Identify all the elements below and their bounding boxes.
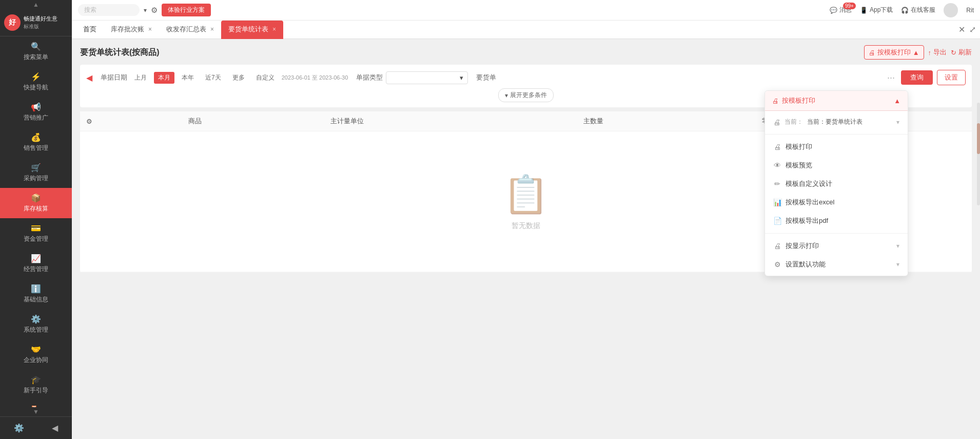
tab-summary-close[interactable]: × bbox=[210, 26, 214, 33]
inventory-icon: 📦 bbox=[31, 193, 41, 203]
date-this-year[interactable]: 本年 bbox=[178, 72, 198, 84]
topbar-search-box: 搜索 bbox=[78, 4, 140, 16]
appstore-icon: 🏪 bbox=[31, 405, 41, 407]
tab-order-stat-close[interactable]: × bbox=[272, 26, 276, 33]
messages-btn[interactable]: 💬 消息 99+ bbox=[830, 6, 852, 14]
filter-action-btns: ··· 查询 设置 bbox=[885, 70, 966, 85]
finance-icon: 💳 bbox=[31, 223, 41, 233]
dropdown-header[interactable]: 🖨 按模板打印 ▲ bbox=[765, 91, 908, 111]
collapse-btn[interactable]: ◀ bbox=[50, 421, 60, 435]
template-excel-icon: 📊 bbox=[773, 198, 781, 206]
topbar-dropdown-btn[interactable]: ▾ bbox=[144, 7, 147, 14]
tabs-actions: ✕ ⤢ bbox=[958, 25, 976, 34]
dropdown-close-chevron: ▲ bbox=[894, 97, 900, 105]
sidebar-item-purchase[interactable]: 🛒 采购管理 bbox=[0, 158, 72, 188]
scrollbar-thumb bbox=[977, 123, 980, 154]
right-scrollbar[interactable] bbox=[977, 103, 980, 205]
sidebar-scroll-down[interactable]: ▼ bbox=[0, 407, 72, 416]
col-quantity: 主数量 bbox=[577, 111, 756, 131]
dropdown-section-items: 🖨 模板打印 👁 模板预览 ✏ 模板自定义设计 📊 按模板导出excel 📄 bbox=[765, 136, 908, 232]
dropdown-item-template-print[interactable]: 🖨 模板打印 bbox=[765, 138, 908, 156]
basic-icon: ℹ️ bbox=[31, 284, 41, 294]
dropdown-item-template-preview[interactable]: 👁 模板预览 bbox=[765, 156, 908, 175]
sidebar-item-guide[interactable]: 🎓 新手引导 bbox=[0, 370, 72, 400]
system-icon: ⚙️ bbox=[31, 314, 41, 324]
app-icon: 📱 bbox=[860, 7, 868, 14]
logo-text: 畅捷通好生意 标准版 bbox=[24, 15, 57, 30]
sidebar-item-system[interactable]: ⚙️ 系统管理 bbox=[0, 309, 72, 339]
dropdown-item-current[interactable]: 🖨 当前： 当前：要货单统计表 ▾ bbox=[765, 113, 908, 131]
sidebar-item-appstore[interactable]: 🏪 应用中心 bbox=[0, 400, 72, 407]
refresh-btn[interactable]: ↻ 刷新 bbox=[951, 48, 972, 57]
sidebar-item-finance[interactable]: 💳 资金管理 bbox=[0, 218, 72, 249]
col-goods: 商品 bbox=[182, 111, 324, 131]
sidebar-item-basic[interactable]: ℹ️ 基础信息 bbox=[0, 279, 72, 309]
empty-text: 暂无数据 bbox=[512, 221, 540, 231]
app-download-btn[interactable]: 📱 App下载 bbox=[860, 6, 893, 14]
sidebar-nav: 🔍 搜索菜单 ⚡ 快捷导航 📢 营销推广 💰 销售管理 🛒 采购管理 📦 库存核… bbox=[0, 36, 72, 407]
date-more[interactable]: 更多 bbox=[228, 72, 249, 84]
tab-batch[interactable]: 库存批次账 × bbox=[104, 21, 159, 39]
col-settings[interactable]: ⚙ bbox=[80, 111, 182, 131]
sidebar-item-marketing[interactable]: 📢 营销推广 bbox=[0, 97, 72, 127]
display-print-left: 🖨 按显示打印 bbox=[773, 241, 819, 251]
date-last-month[interactable]: 上月 bbox=[130, 72, 151, 84]
dropdown-item-template-excel[interactable]: 📊 按模板导出excel bbox=[765, 193, 908, 212]
date-7days[interactable]: 近7天 bbox=[201, 72, 225, 84]
date-filter-group: 单据日期 上月 本月 本年 近7天 更多 bbox=[101, 72, 348, 84]
template-preview-icon: 👁 bbox=[773, 161, 781, 169]
sidebar-item-search[interactable]: 🔍 搜索菜单 bbox=[0, 36, 72, 67]
order-type-select[interactable]: ▾ bbox=[386, 71, 468, 84]
date-this-month[interactable]: 本月 bbox=[154, 72, 174, 84]
template-design-icon: ✏ bbox=[773, 180, 781, 188]
template-pdf-icon: 📄 bbox=[773, 217, 781, 225]
settings-filter-btn[interactable]: 设置 bbox=[937, 70, 966, 85]
want-goods-label: 要货单 bbox=[476, 73, 496, 82]
online-service-btn[interactable]: 🎧 在线客服 bbox=[901, 6, 935, 14]
settings-bottom-btn[interactable]: ⚙️ bbox=[12, 421, 26, 435]
select-chevron-down-icon: ▾ bbox=[460, 74, 463, 82]
tabs-expand-btn[interactable]: ⤢ bbox=[969, 25, 976, 34]
print-chevron-up-icon: ▲ bbox=[913, 49, 919, 56]
more-options-btn[interactable]: ··· bbox=[885, 72, 897, 83]
avatar-img bbox=[944, 3, 958, 17]
default-fn-icon: ⚙ bbox=[773, 260, 781, 269]
query-btn[interactable]: 查询 bbox=[901, 70, 933, 85]
filter-collapse-btn[interactable]: ◀ bbox=[86, 73, 92, 83]
sidebar-item-inventory[interactable]: 📦 库存核算 bbox=[0, 188, 72, 218]
date-range-display: 2023-06-01 至 2023-06-30 bbox=[282, 74, 348, 82]
sidebar-item-collab[interactable]: 🤝 企业协同 bbox=[0, 339, 72, 370]
sidebar-bottom: ⚙️ ◀ bbox=[0, 416, 72, 439]
export-btn[interactable]: ↑ 导出 bbox=[928, 48, 947, 57]
sidebar: ▲ 好 畅捷通好生意 标准版 🔍 搜索菜单 ⚡ 快捷导航 📢 营销推广 💰 销售… bbox=[0, 0, 72, 439]
date-custom[interactable]: 自定义 bbox=[252, 72, 279, 84]
default-fn-chevron-icon: ▾ bbox=[896, 261, 899, 268]
sidebar-scroll-up[interactable]: ▲ bbox=[0, 0, 72, 9]
sidebar-item-sales[interactable]: 💰 销售管理 bbox=[0, 127, 72, 158]
page-content: 要货单统计表(按商品) 🖨 按模板打印 ▲ ↑ 导出 ↻ 刷新 bbox=[72, 39, 980, 439]
tabs-close-btn[interactable]: ✕ bbox=[958, 25, 965, 34]
topbar-gear-icon[interactable]: ⚙ bbox=[151, 6, 158, 15]
tab-summary[interactable]: 收发存汇总表 × bbox=[159, 21, 221, 39]
tab-home[interactable]: 首页 bbox=[76, 21, 104, 39]
dropdown-item-display-print[interactable]: 🖨 按显示打印 ▾ bbox=[765, 237, 908, 255]
dropdown-item-template-pdf[interactable]: 📄 按模板导出pdf bbox=[765, 212, 908, 230]
tab-batch-close[interactable]: × bbox=[148, 26, 152, 33]
print-template-btn[interactable]: 🖨 按模板打印 ▲ bbox=[864, 45, 924, 60]
tab-order-stat[interactable]: 要货单统计表 × bbox=[221, 21, 283, 39]
sidebar-item-shortcut[interactable]: ⚡ 快捷导航 bbox=[0, 67, 72, 97]
search-icon: 🔍 bbox=[31, 42, 41, 51]
topbar: 搜索 ▾ ⚙ 体验行业方案 💬 消息 99+ 📱 App下载 🎧 在线客服 bbox=[72, 0, 980, 21]
collab-icon: 🤝 bbox=[31, 345, 41, 354]
sidebar-item-operation[interactable]: 📈 经营管理 bbox=[0, 249, 72, 279]
empty-illustration: 📋 bbox=[503, 173, 549, 216]
current-icon: 🖨 bbox=[773, 118, 780, 126]
template-print-icon: 🖨 bbox=[773, 143, 781, 151]
logo-icon: 好 bbox=[4, 14, 21, 31]
operation-icon: 📈 bbox=[31, 254, 41, 263]
trial-btn[interactable]: 体验行业方案 bbox=[162, 4, 211, 16]
dropdown-item-default-fn[interactable]: ⚙ 设置默认功能 ▾ bbox=[765, 255, 908, 274]
user-avatar[interactable] bbox=[944, 3, 958, 17]
expand-more-btn[interactable]: ▾ 展开更多条件 bbox=[498, 88, 554, 102]
dropdown-item-template-design[interactable]: ✏ 模板自定义设计 bbox=[765, 175, 908, 193]
